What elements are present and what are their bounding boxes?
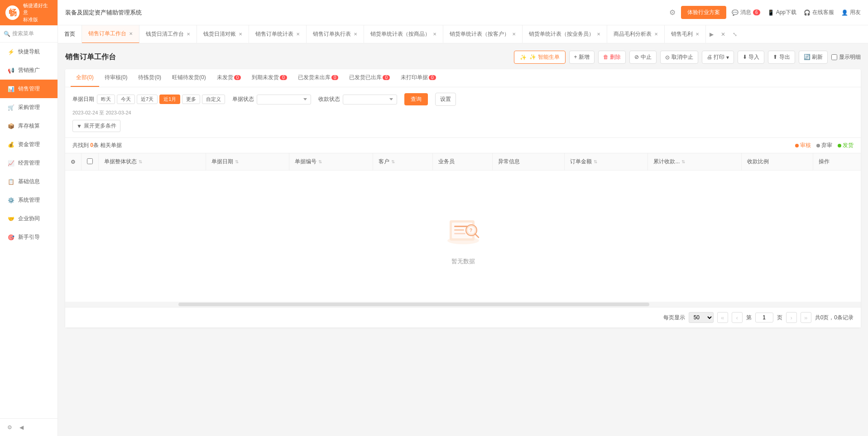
settings-icon[interactable]: ⚙ bbox=[7, 424, 12, 431]
sidebar-item-inventory[interactable]: 📦 库存核算 bbox=[0, 117, 58, 135]
ship-action-btn[interactable]: 发货 bbox=[838, 142, 854, 149]
sub-tab-all[interactable]: 全部(0) bbox=[71, 69, 99, 87]
expand-more-btn[interactable]: ▼ 展开更多条件 bbox=[72, 120, 120, 132]
app-download-btn[interactable]: 📱 App下载 bbox=[767, 9, 796, 16]
last-page-btn[interactable]: » bbox=[801, 312, 811, 323]
tab-sale-stats-product[interactable]: 销货单统计表（按商品） ✕ bbox=[364, 25, 443, 43]
show-detail-checkbox[interactable] bbox=[831, 54, 837, 60]
sub-tab-expired-not-shipped[interactable]: 到期未发货0 bbox=[246, 69, 293, 87]
tab-close-cash-reconcile[interactable]: ✕ bbox=[239, 32, 242, 37]
query-btn[interactable]: 查询 bbox=[404, 93, 428, 105]
online-service-btn[interactable]: 🎧 在线客服 bbox=[804, 9, 834, 16]
tab-home[interactable]: 首页 bbox=[58, 25, 82, 43]
tab-sales-workbench[interactable]: 销售订单工作台 ✕ bbox=[82, 25, 139, 43]
marketing-icon: 📢 bbox=[7, 67, 14, 74]
tab-close-product-margin[interactable]: ✕ bbox=[654, 32, 658, 37]
print-btn[interactable]: 🖨 打印 ▾ bbox=[702, 51, 734, 64]
sidebar-item-basic-info[interactable]: 📋 基础信息 bbox=[0, 172, 58, 191]
not-shipped-badge: 0 bbox=[234, 75, 241, 80]
tab-sale-amount[interactable]: 销售毛利 ✕ bbox=[665, 25, 706, 43]
date-btn-today[interactable]: 今天 bbox=[117, 95, 135, 104]
date-btn-custom[interactable]: 自定义 bbox=[202, 95, 225, 104]
cancel-stop-icon: ⊙ bbox=[665, 54, 670, 61]
payment-select[interactable] bbox=[343, 95, 397, 104]
show-detail-label[interactable]: 显示明细 bbox=[831, 53, 861, 61]
refresh-btn[interactable]: 🔄 刷新 bbox=[799, 51, 828, 64]
sidebar-item-sales[interactable]: 📊 销售管理 bbox=[0, 80, 58, 98]
tab-cash-daily[interactable]: 钱货日清工作台 ✕ bbox=[139, 25, 197, 43]
settings-gear-icon[interactable]: ⚙ bbox=[669, 8, 676, 17]
tab-close-sale-stats-product[interactable]: ✕ bbox=[433, 32, 436, 37]
message-btn[interactable]: 💬 消息 6 bbox=[732, 9, 760, 16]
per-page-select[interactable]: 50 100 200 bbox=[689, 312, 714, 323]
tab-close-sale-amount[interactable]: ✕ bbox=[695, 32, 699, 37]
import-btn[interactable]: ⬇ 导入 bbox=[738, 51, 764, 64]
sub-tab-not-shipped[interactable]: 未发货0 bbox=[211, 69, 247, 87]
ship-dot bbox=[838, 144, 841, 147]
sidebar-item-quick-nav[interactable]: ⚡ 快捷导航 bbox=[0, 43, 58, 61]
filter-settings-btn[interactable]: 设置 bbox=[435, 93, 456, 106]
sidebar-item-newbie[interactable]: 🎯 新手引导 bbox=[0, 228, 58, 246]
tab-close-cash-daily[interactable]: ✕ bbox=[187, 32, 190, 37]
date-btn-more[interactable]: 更多 bbox=[182, 95, 200, 104]
filter-status: 单据状态 bbox=[232, 95, 311, 104]
tab-close-all-btn[interactable]: ✕ bbox=[717, 31, 729, 38]
sidebar-item-system[interactable]: ⚙️ 系统管理 bbox=[0, 191, 58, 209]
tab-sale-stats-salesman[interactable]: 销货单统计表（按业务员） ✕ bbox=[523, 25, 607, 43]
sub-tab-pending-pickup[interactable]: 待拣货(0) bbox=[133, 69, 167, 87]
tab-close-sales-workbench[interactable]: ✕ bbox=[129, 31, 133, 36]
sidebar-item-operations[interactable]: 📈 经营管理 bbox=[0, 154, 58, 172]
sub-tab-not-printed[interactable]: 未打印单据0 bbox=[395, 69, 441, 87]
delete-btn[interactable]: 🗑 删除 bbox=[598, 51, 626, 64]
tab-sale-stats-customer[interactable]: 销货单统计表（按客户） ✕ bbox=[443, 25, 523, 43]
toolbar: ✨ ✨ 智能生单 + 新增 🗑 删除 ⊘ 中止 ⊙ 取消中止 🖨 打印 bbox=[514, 51, 861, 64]
col-setting[interactable]: ⚙ bbox=[65, 153, 82, 171]
date-btn-yesterday[interactable]: 昨天 bbox=[97, 95, 115, 104]
sidebar-item-marketing[interactable]: 📢 营销推广 bbox=[0, 61, 58, 80]
tab-cash-reconcile[interactable]: 钱货日清对账 ✕ bbox=[197, 25, 249, 43]
select-all-checkbox[interactable] bbox=[87, 158, 93, 164]
tab-close-sale-stats-salesman[interactable]: ✕ bbox=[597, 32, 600, 37]
sub-tab-shipped-not-warehoused[interactable]: 已发货未出库0 bbox=[293, 69, 344, 87]
page-input[interactable] bbox=[755, 313, 773, 322]
tab-sales-exec[interactable]: 销售订单执行表 ✕ bbox=[307, 25, 364, 43]
status-select[interactable] bbox=[257, 95, 311, 104]
purchase-icon: 🛒 bbox=[7, 104, 14, 111]
tab-close-sale-stats-customer[interactable]: ✕ bbox=[512, 32, 516, 37]
industry-btn[interactable]: 体验行业方案 bbox=[681, 6, 726, 19]
next-page-btn[interactable]: › bbox=[786, 312, 797, 323]
collapse-icon[interactable]: ◀ bbox=[19, 424, 24, 431]
tab-expand-btn[interactable]: ⤡ bbox=[729, 31, 741, 38]
date-btn-1month[interactable]: 近1月 bbox=[159, 95, 180, 104]
sidebar-item-finance[interactable]: 💰 资金管理 bbox=[0, 135, 58, 154]
stop-btn[interactable]: ⊘ 中止 bbox=[629, 51, 656, 64]
first-page-btn[interactable]: « bbox=[717, 312, 728, 323]
sub-tab-shipped-warehoused[interactable]: 已发货已出库0 bbox=[344, 69, 395, 87]
col-abnormal: 异常信息 bbox=[493, 153, 564, 171]
filter-area: 单据日期 昨天 今天 近7天 近1月 更多 自定义 单据状态 bbox=[65, 87, 861, 138]
sidebar-item-enterprise[interactable]: 🤝 企业协同 bbox=[0, 209, 58, 228]
scrollbar-thumb[interactable] bbox=[178, 303, 649, 306]
sidebar-search[interactable]: 🔍 搜索菜单 bbox=[0, 25, 58, 43]
sub-tab-wangpu-pending[interactable]: 旺铺待发货(0) bbox=[167, 69, 211, 87]
sort-number-icon: ⇅ bbox=[318, 159, 322, 164]
tab-close-sales-stats[interactable]: ✕ bbox=[296, 32, 300, 37]
export-btn[interactable]: ⬆ 导出 bbox=[768, 51, 795, 64]
smart-btn[interactable]: ✨ ✨ 智能生单 bbox=[514, 51, 565, 64]
user-menu[interactable]: 👤 用友 bbox=[841, 9, 861, 16]
sub-tab-pending-review[interactable]: 待审核(0) bbox=[99, 69, 133, 87]
tab-product-margin[interactable]: 商品毛利分析表 ✕ bbox=[607, 25, 665, 43]
cancel-stop-btn[interactable]: ⊙ 取消中止 bbox=[660, 51, 698, 64]
review-action-btn[interactable]: 审核 bbox=[795, 142, 811, 149]
tab-close-sales-exec[interactable]: ✕ bbox=[354, 32, 357, 37]
sidebar-item-purchase[interactable]: 🛒 采购管理 bbox=[0, 98, 58, 117]
sidebar-bottom: ⚙ ◀ bbox=[0, 418, 58, 436]
tab-sales-stats[interactable]: 销售订单统计表 ✕ bbox=[249, 25, 307, 43]
tab-more-btn[interactable]: ▶ bbox=[706, 31, 717, 38]
date-btn-7days[interactable]: 近7天 bbox=[137, 95, 158, 104]
prev-page-btn[interactable]: ‹ bbox=[732, 312, 743, 323]
scrollbar-area[interactable] bbox=[65, 302, 861, 307]
cancel-review-action-btn[interactable]: 弃审 bbox=[816, 142, 832, 149]
quick-nav-icon: ⚡ bbox=[7, 48, 14, 56]
add-btn[interactable]: + 新增 bbox=[569, 51, 595, 64]
